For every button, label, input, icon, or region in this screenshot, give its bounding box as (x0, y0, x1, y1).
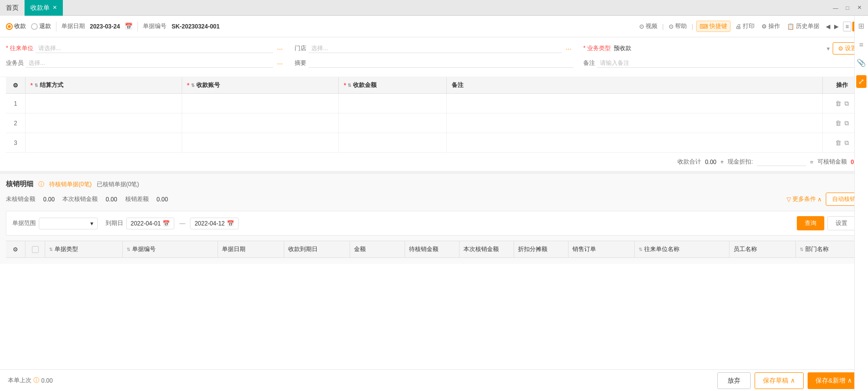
staff-input[interactable] (26, 58, 273, 68)
filter-form: 单据范围 ▾ 到期日 2022-04-01 📅 — 2022-04-12 📅 (6, 211, 862, 236)
done-tab-link[interactable]: 已核销单据(0笔) (97, 180, 139, 189)
row-1-remark[interactable] (447, 94, 823, 113)
summary-row: 收款合计 0.00 + 现金折扣: = 可核销金额 0.00 (0, 153, 868, 171)
store-input[interactable] (308, 44, 562, 53)
settings-icon: ⚙ (838, 45, 843, 52)
maximize-button[interactable]: □ (843, 4, 851, 12)
radio-shoukuan[interactable]: 收款 (6, 22, 26, 30)
bth-this-amount: 本次核销金额 (460, 241, 514, 257)
form-row-1: 往来单位 ··· 门店 ··· 业务类型 预收款 ▾ ⚙ 设置 (6, 42, 862, 55)
table-row: 3 🗑 ⧉ (6, 133, 862, 153)
pending-tab-link[interactable]: 待核销单据(0笔) (49, 180, 92, 189)
bth-dept: ⇅ 部门名称 (796, 241, 862, 257)
row-2-delete-icon[interactable]: 🗑 (835, 119, 841, 127)
row-3-index: 3 (6, 133, 26, 152)
table-header-remark: 备注 (447, 77, 823, 93)
radio-shoukuan-circle (6, 23, 13, 30)
row-3-remark[interactable] (447, 133, 823, 152)
main-table-wrapper: ⚙ ⇅ 结算方式 ⇅ 收款账号 ⇅ 收款金额 备注 操作 1 (6, 77, 862, 153)
range-select[interactable]: ▾ (39, 218, 98, 229)
due-date-label: 到期日 (106, 219, 123, 227)
row-2-copy-icon[interactable]: ⧉ (844, 119, 849, 127)
bth-number: ⇅ 单据编号 (123, 241, 218, 257)
bth-gear[interactable]: ⚙ (6, 241, 26, 257)
radio-tuikuan[interactable]: 退款 (31, 22, 51, 30)
tab-receipt-close[interactable]: ✕ (53, 4, 57, 11)
table-header-gear[interactable]: ⚙ (6, 77, 26, 93)
tab-receipt-label: 收款单 (30, 3, 50, 12)
video-btn[interactable]: ⊙ 视频 (637, 21, 659, 31)
nav-prev[interactable]: ◀ (824, 23, 832, 30)
sidebar-list-icon[interactable]: ≡ (857, 38, 866, 51)
staff-dots[interactable]: ··· (275, 59, 285, 67)
row-2-settle[interactable] (26, 113, 182, 133)
partner-label: 往来单位 (6, 44, 33, 53)
main-content: 收款 退款 单据日期 2023-03-24 📅 单据编号 SK-20230324… (0, 16, 868, 391)
range-label: 单据范围 (12, 219, 36, 227)
right-sidebar: ⊞ ≡ 📎 ⤢ (854, 16, 868, 391)
sidebar-expand-icon[interactable]: ⤢ (856, 75, 867, 88)
abandon-button[interactable]: 放弃 (717, 372, 751, 389)
sidebar-clip-icon[interactable]: 📎 (855, 56, 868, 69)
remark-input[interactable] (597, 58, 862, 68)
shortcut-btn[interactable]: ⌨ 快捷键 (696, 21, 731, 32)
discount-input[interactable] (757, 158, 806, 166)
tab-receipt[interactable]: 收款单 ✕ (25, 0, 63, 16)
row-1-copy-icon[interactable]: ⧉ (844, 100, 849, 108)
row-3-copy-icon[interactable]: ⧉ (844, 139, 849, 147)
row-3-account[interactable] (182, 133, 339, 152)
reconcile-info-icon[interactable]: ⓘ (38, 180, 44, 189)
draft-button[interactable]: 保存草稿 ∧ (755, 372, 804, 389)
date-to-picker[interactable]: 2022-04-12 📅 (190, 218, 238, 229)
row-1-amount[interactable] (339, 94, 447, 113)
footer-info-icon[interactable]: ⓘ (33, 376, 39, 385)
filter-settings-btn[interactable]: 设置 (827, 216, 856, 230)
sort-type: ⇅ (49, 247, 53, 252)
print-btn[interactable]: 🖨 打印 (733, 21, 757, 31)
row-1-settle[interactable] (26, 94, 182, 113)
operate-btn[interactable]: ⚙ 操作 (760, 21, 782, 31)
save-new-button[interactable]: 保存&新增 ∧ (808, 372, 860, 389)
toolbar-right: ⊙ 视频 | ⊙ 帮助 | ⌨ 快捷键 🖨 打印 ⚙ 操作 📋 (637, 21, 862, 32)
view-list-icon[interactable]: ≡ (843, 22, 851, 31)
more-filter-btn[interactable]: ▽ 更多条件 ∧ (787, 195, 822, 203)
row-1-account[interactable] (182, 94, 339, 113)
range-filter-item: 单据范围 ▾ (12, 218, 98, 229)
bth-duedate: 收款到期日 (284, 241, 351, 257)
bth-checkbox[interactable] (26, 241, 45, 257)
checkbox-all[interactable] (32, 246, 39, 253)
minimize-button[interactable]: — (832, 4, 840, 12)
query-btn[interactable]: 查询 (797, 216, 824, 230)
row-3-amount[interactable] (339, 133, 447, 152)
nav-next[interactable]: ▶ (833, 23, 840, 30)
save-new-label: 保存&新增 (815, 376, 845, 385)
plus-sign: + (720, 159, 724, 166)
partner-dots[interactable]: ··· (275, 45, 285, 53)
summary-input[interactable] (308, 58, 573, 68)
tab-home-label: 首页 (6, 3, 19, 12)
row-2-remark[interactable] (447, 113, 823, 133)
help-btn[interactable]: ⊙ 帮助 (667, 21, 689, 31)
store-dots[interactable]: ··· (564, 45, 573, 53)
date-label: 单据日期 (61, 22, 85, 30)
diff-label: 核销差额 (125, 195, 149, 203)
row-2-amount[interactable] (339, 113, 447, 133)
close-button[interactable]: ✕ (855, 4, 863, 12)
this-clear-value: 0.00 (106, 196, 117, 203)
table-header-account: ⇅ 收款账号 (182, 77, 339, 93)
date-calendar-icon[interactable]: 📅 (125, 23, 133, 30)
uncleared-label: 未核销金额 (6, 195, 35, 203)
row-3-settle[interactable] (26, 133, 182, 152)
row-1-delete-icon[interactable]: 🗑 (835, 100, 841, 108)
row-2-account[interactable] (182, 113, 339, 133)
partner-input[interactable] (35, 44, 273, 53)
history-btn[interactable]: 📋 历史单据 (785, 21, 821, 31)
sidebar-table-icon[interactable]: ⊞ (856, 20, 867, 32)
date-from-picker[interactable]: 2022-04-01 📅 (126, 218, 174, 229)
tab-home[interactable]: 首页 (0, 0, 25, 16)
filter-row-right: ▽ 更多条件 ∧ 自动核销 (787, 193, 862, 206)
chevron-up-icon: ∧ (817, 196, 822, 203)
biz-type-dropdown-arrow[interactable]: ▾ (827, 45, 830, 52)
row-3-delete-icon[interactable]: 🗑 (835, 139, 841, 147)
window-controls: — □ ✕ (832, 4, 868, 12)
